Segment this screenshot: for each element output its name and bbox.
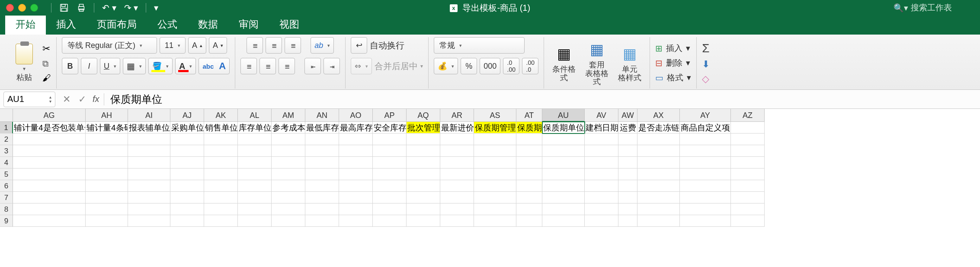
paste-button[interactable]: ▾ 粘贴 xyxy=(10,44,39,82)
cell-AH7[interactable] xyxy=(86,192,128,203)
cell-AQ1[interactable]: 批次管理 xyxy=(407,122,440,134)
cell-AU2[interactable] xyxy=(542,134,585,145)
select-all-corner[interactable] xyxy=(0,109,13,122)
cell-AK2[interactable] xyxy=(204,134,238,145)
cell-AV6[interactable] xyxy=(585,180,618,192)
cell-AS9[interactable] xyxy=(474,215,516,227)
cell-AK6[interactable] xyxy=(204,180,238,192)
cell-AJ2[interactable] xyxy=(170,134,204,145)
tab-insert[interactable]: 插入 xyxy=(46,13,86,35)
align-middle-button[interactable]: ≡ xyxy=(266,37,282,54)
cell-AH1[interactable]: 辅计量4条码 xyxy=(86,122,128,134)
cell-AV5[interactable] xyxy=(585,168,618,180)
cell-AY3[interactable] xyxy=(680,145,731,157)
cell-AL5[interactable] xyxy=(238,168,272,180)
cell-AG8[interactable] xyxy=(13,203,86,215)
cell-AU5[interactable] xyxy=(542,168,585,180)
phonetic-button[interactable]: abcA xyxy=(199,58,230,74)
cell-AX9[interactable] xyxy=(637,215,680,227)
close-window-button[interactable] xyxy=(6,4,14,12)
cell-AR4[interactable] xyxy=(440,157,474,168)
cell-AJ8[interactable] xyxy=(170,203,204,215)
cell-AY2[interactable] xyxy=(680,134,731,145)
cell-AK1[interactable]: 销售单位 xyxy=(204,122,238,134)
cell-AV1[interactable]: 建档日期 xyxy=(585,122,618,134)
cell-AI2[interactable] xyxy=(128,134,170,145)
cell-AW2[interactable] xyxy=(618,134,637,145)
maximize-window-button[interactable] xyxy=(30,4,38,12)
cell-AR5[interactable] xyxy=(440,168,474,180)
cell-AY9[interactable] xyxy=(680,215,731,227)
cell-AZ2[interactable] xyxy=(731,134,765,145)
cell-AJ6[interactable] xyxy=(170,180,204,192)
format-cells-button[interactable]: ▭格式 ▾ xyxy=(655,72,691,83)
cell-AT9[interactable] xyxy=(516,215,542,227)
cell-AV2[interactable] xyxy=(585,134,618,145)
cell-AP2[interactable] xyxy=(373,134,407,145)
autosum-button[interactable]: Σ xyxy=(702,41,710,55)
cell-AN2[interactable] xyxy=(305,134,339,145)
cell-AX5[interactable] xyxy=(637,168,680,180)
cell-AJ9[interactable] xyxy=(170,215,204,227)
row-header-8[interactable]: 8 xyxy=(0,203,13,215)
cell-AG5[interactable] xyxy=(13,168,86,180)
cell-AU4[interactable] xyxy=(542,157,585,168)
cell-AR7[interactable] xyxy=(440,192,474,203)
cell-AK3[interactable] xyxy=(204,145,238,157)
column-header-AS[interactable]: AS xyxy=(474,109,516,122)
print-icon[interactable] xyxy=(77,3,86,13)
decrease-font-button[interactable]: A▾ xyxy=(209,37,227,54)
cell-AR2[interactable] xyxy=(440,134,474,145)
cell-AW7[interactable] xyxy=(618,192,637,203)
column-header-AZ[interactable]: AZ xyxy=(731,109,765,122)
cell-AX8[interactable] xyxy=(637,203,680,215)
cell-AL6[interactable] xyxy=(238,180,272,192)
comma-button[interactable]: 000 xyxy=(480,58,500,74)
accept-formula-button[interactable]: ✓ xyxy=(74,94,90,105)
column-header-AX[interactable]: AX xyxy=(637,109,680,122)
cell-AS7[interactable] xyxy=(474,192,516,203)
column-header-AG[interactable]: AG xyxy=(13,109,86,122)
cell-AK5[interactable] xyxy=(204,168,238,180)
cell-AG6[interactable] xyxy=(13,180,86,192)
cell-AX7[interactable] xyxy=(637,192,680,203)
increase-font-button[interactable]: A▴ xyxy=(188,37,206,54)
column-header-AV[interactable]: AV xyxy=(585,109,618,122)
cell-AY5[interactable] xyxy=(680,168,731,180)
cell-AS2[interactable] xyxy=(474,134,516,145)
cell-AQ6[interactable] xyxy=(407,180,440,192)
italic-button[interactable]: I xyxy=(81,58,97,74)
cell-AS1[interactable]: 保质期管理 xyxy=(474,122,516,134)
cell-AP7[interactable] xyxy=(373,192,407,203)
cell-AV7[interactable] xyxy=(585,192,618,203)
align-left-button[interactable]: ≡ xyxy=(240,58,257,74)
cell-AZ1[interactable] xyxy=(731,122,765,134)
cell-styles-button[interactable]: ▦ 单元 格样式 xyxy=(615,44,644,83)
cell-AQ8[interactable] xyxy=(407,203,440,215)
cell-AI7[interactable] xyxy=(128,192,170,203)
column-header-AI[interactable]: AI xyxy=(128,109,170,122)
cell-AR1[interactable]: 最新进价 xyxy=(440,122,474,134)
cell-AJ5[interactable] xyxy=(170,168,204,180)
cell-AL7[interactable] xyxy=(238,192,272,203)
cell-AR9[interactable] xyxy=(440,215,474,227)
cell-AN7[interactable] xyxy=(305,192,339,203)
column-header-AR[interactable]: AR xyxy=(440,109,474,122)
merge-center-button[interactable]: ⇔ 合并后居中 ▾ xyxy=(351,58,423,74)
minimize-window-button[interactable] xyxy=(18,4,26,12)
cell-AL8[interactable] xyxy=(238,203,272,215)
row-header-1[interactable]: 1 xyxy=(0,122,13,134)
cell-AG2[interactable] xyxy=(13,134,86,145)
cell-AK8[interactable] xyxy=(204,203,238,215)
cut-button[interactable] xyxy=(42,43,51,54)
cell-AW4[interactable] xyxy=(618,157,637,168)
cell-AQ9[interactable] xyxy=(407,215,440,227)
cell-AN9[interactable] xyxy=(305,215,339,227)
cell-AL9[interactable] xyxy=(238,215,272,227)
fx-icon[interactable]: fx xyxy=(90,94,102,104)
cell-AT3[interactable] xyxy=(516,145,542,157)
cell-AZ7[interactable] xyxy=(731,192,765,203)
cell-AU1[interactable]: 保质期单位 xyxy=(542,122,585,134)
cell-AU6[interactable] xyxy=(542,180,585,192)
cell-AO1[interactable]: 最高库存 xyxy=(339,122,373,134)
